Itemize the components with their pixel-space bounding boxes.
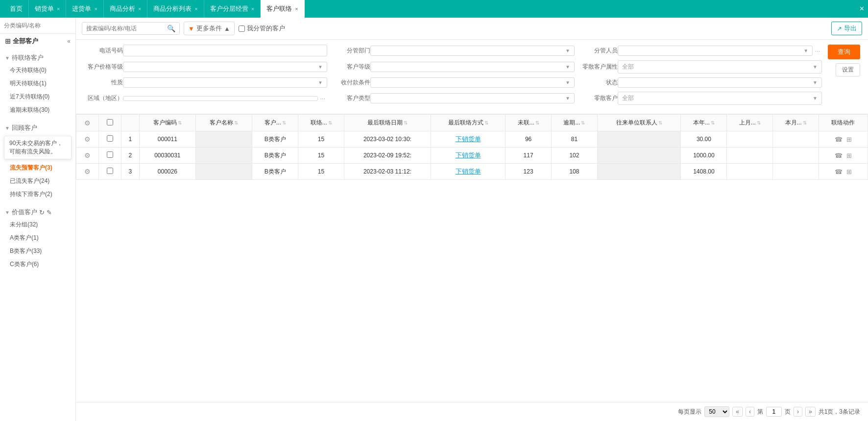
- sidebar-item-tomorrow[interactable]: 明天待联络(1): [0, 77, 75, 90]
- close-tab-customer-contact[interactable]: ×: [295, 6, 298, 12]
- gear-column-header[interactable]: ⚙: [76, 115, 99, 131]
- name-column-header[interactable]: 客户名称⇅: [196, 115, 252, 131]
- more-dots[interactable]: ···: [813, 47, 822, 54]
- sidebar-item-class-a[interactable]: A类客户(1): [0, 231, 75, 245]
- sidebar-all-customers[interactable]: ⊞ 全部客户 «: [0, 34, 75, 49]
- sidebar-item-overdue[interactable]: 逾期未联络(30): [0, 103, 75, 117]
- window-close-button[interactable]: ×: [860, 4, 864, 13]
- filter-nature: 性质 ▼: [84, 77, 327, 88]
- tab-customer-tier[interactable]: 客户分层经营 ×: [204, 0, 261, 18]
- sidebar-group-pending-label[interactable]: ▼ 待联络客户: [0, 50, 75, 64]
- overdue-column-header[interactable]: 逾期...⇅: [551, 115, 597, 131]
- customer-level-select[interactable]: ▼: [370, 62, 575, 72]
- filter-panel: 电话号码 分管部门 ▼ 分管人员: [76, 40, 868, 114]
- tab-sales-order[interactable]: 销货单 ×: [29, 0, 66, 18]
- person-select[interactable]: ▼: [618, 46, 813, 56]
- row-contacts: [597, 148, 681, 164]
- region-select[interactable]: [123, 96, 318, 101]
- this-year-column-header[interactable]: 本年...⇅: [681, 115, 727, 131]
- contact-column-header[interactable]: 联络...⇅: [298, 115, 344, 131]
- row-last-contact-method[interactable]: 下销货单: [431, 148, 505, 164]
- last-contact-method-column-header[interactable]: 最后联络方式⇅: [431, 115, 505, 131]
- more-conditions-button[interactable]: ▼ 更多条件 ▲: [184, 22, 235, 35]
- not-contacted-column-header[interactable]: 未联...⇅: [506, 115, 552, 131]
- row-select-checkbox[interactable]: [107, 135, 113, 142]
- tab-purchase-order[interactable]: 进货单 ×: [66, 0, 103, 18]
- sidebar-item-churned[interactable]: 已流失客户(24): [0, 174, 75, 188]
- sidebar-item-today[interactable]: 今天待联络(0): [0, 64, 75, 77]
- retail-select[interactable]: 全部 ▼: [618, 92, 822, 105]
- my-customers-checkbox[interactable]: [239, 25, 245, 32]
- row-select-checkbox[interactable]: [107, 168, 113, 174]
- close-tab-customer-tier[interactable]: ×: [251, 6, 254, 12]
- last-contact-date-column-header[interactable]: 最后联络日期⇅: [344, 115, 431, 131]
- sidebar-item-7days[interactable]: 近7天待联络(0): [0, 90, 75, 103]
- tab-home[interactable]: 首页: [4, 0, 29, 18]
- nature-select[interactable]: ▼: [123, 77, 327, 88]
- sidebar-search-input[interactable]: [4, 22, 76, 29]
- query-button[interactable]: 查询: [828, 45, 860, 59]
- row-last-contact-method[interactable]: 下销货单: [431, 131, 505, 148]
- status-select[interactable]: ▼: [618, 77, 822, 88]
- arrow-icon: ▼: [5, 210, 10, 215]
- grid-action-icon[interactable]: ⊞: [846, 152, 852, 159]
- close-tab-product-list[interactable]: ×: [194, 6, 197, 12]
- row-last-contact-method[interactable]: 下销货单: [431, 164, 505, 180]
- grid-action-icon[interactable]: ⊞: [846, 136, 852, 143]
- page-number-input[interactable]: [766, 407, 782, 417]
- customer-type-select[interactable]: ▼: [370, 93, 575, 103]
- search-input[interactable]: [86, 25, 167, 32]
- contacts-column-header[interactable]: 往来单位联系人⇅: [597, 115, 681, 131]
- row-gear[interactable]: ⚙: [76, 131, 99, 148]
- more-dots[interactable]: ···: [318, 95, 327, 102]
- row-type: B类客户: [252, 148, 298, 164]
- last-page-button[interactable]: »: [805, 407, 816, 417]
- phone-action-icon[interactable]: ☎: [835, 136, 843, 143]
- sidebar-group-value-label[interactable]: ▼ 价值客户 ↻ ✎: [0, 205, 75, 218]
- filter-retail-attr: 零散客户属性 全部 ▼: [579, 60, 822, 74]
- price-level-select[interactable]: ▼: [123, 62, 327, 72]
- setting-button[interactable]: 设置: [836, 63, 860, 76]
- arrow-icon: ▼: [5, 55, 10, 61]
- my-customers-checkbox-label[interactable]: 我分管的客户: [239, 24, 285, 33]
- row-type: B类客户: [252, 164, 298, 180]
- row-gear[interactable]: ⚙: [76, 164, 99, 180]
- prev-page-button[interactable]: ‹: [746, 407, 754, 417]
- dept-select[interactable]: ▼: [370, 46, 575, 56]
- grid-action-icon[interactable]: ⊞: [846, 168, 852, 175]
- sidebar-item-class-b[interactable]: B类客户(33): [0, 245, 75, 258]
- select-all-checkbox[interactable]: [107, 119, 113, 125]
- sidebar-item-declining[interactable]: 持续下滑客户(2): [0, 188, 75, 201]
- refresh-icon[interactable]: ↻: [39, 209, 45, 216]
- first-page-button[interactable]: «: [732, 407, 743, 417]
- sidebar-item-class-c[interactable]: C类客户(6): [0, 258, 75, 271]
- phone-action-icon[interactable]: ☎: [835, 152, 843, 159]
- next-page-button[interactable]: ›: [794, 407, 802, 417]
- tab-product-analysis[interactable]: 商品分析 ×: [104, 0, 147, 18]
- phone-input[interactable]: [123, 45, 327, 56]
- last-month-column-header[interactable]: 上月...⇅: [727, 115, 773, 131]
- sidebar-group-review-label[interactable]: ▼ 回顾客户: [0, 121, 75, 134]
- phone-action-icon[interactable]: ☎: [835, 168, 843, 175]
- close-tab-sales-order[interactable]: ×: [57, 6, 60, 12]
- retail-attr-select[interactable]: 全部 ▼: [618, 60, 822, 74]
- sidebar-collapse-button[interactable]: «: [67, 38, 71, 45]
- export-button[interactable]: ↗ 导出: [831, 22, 862, 35]
- edit-icon[interactable]: ✎: [47, 209, 52, 216]
- tab-product-analysis-list[interactable]: 商品分析列表 ×: [147, 0, 204, 18]
- tab-customer-contact[interactable]: 客户联络 ×: [261, 0, 304, 18]
- payment-select[interactable]: ▼: [370, 77, 575, 88]
- type-column-header[interactable]: 客户...⇅: [252, 115, 298, 131]
- row-this-month: [773, 131, 819, 148]
- row-gear[interactable]: ⚙: [76, 148, 99, 164]
- search-icon[interactable]: 🔍: [167, 25, 175, 32]
- sidebar-item-ungroup[interactable]: 未分组(32): [0, 218, 75, 231]
- this-month-column-header[interactable]: 本月...⇅: [773, 115, 819, 131]
- row-select-checkbox[interactable]: [107, 151, 113, 158]
- sidebar-item-churn-warning[interactable]: 流失预警客户(3): [0, 161, 75, 174]
- row-name: [196, 164, 252, 180]
- page-size-select[interactable]: 50 100 200: [704, 406, 729, 417]
- close-tab-product-analysis[interactable]: ×: [138, 6, 141, 12]
- close-tab-purchase-order[interactable]: ×: [94, 6, 97, 12]
- code-column-header[interactable]: 客户编码⇅: [139, 115, 195, 131]
